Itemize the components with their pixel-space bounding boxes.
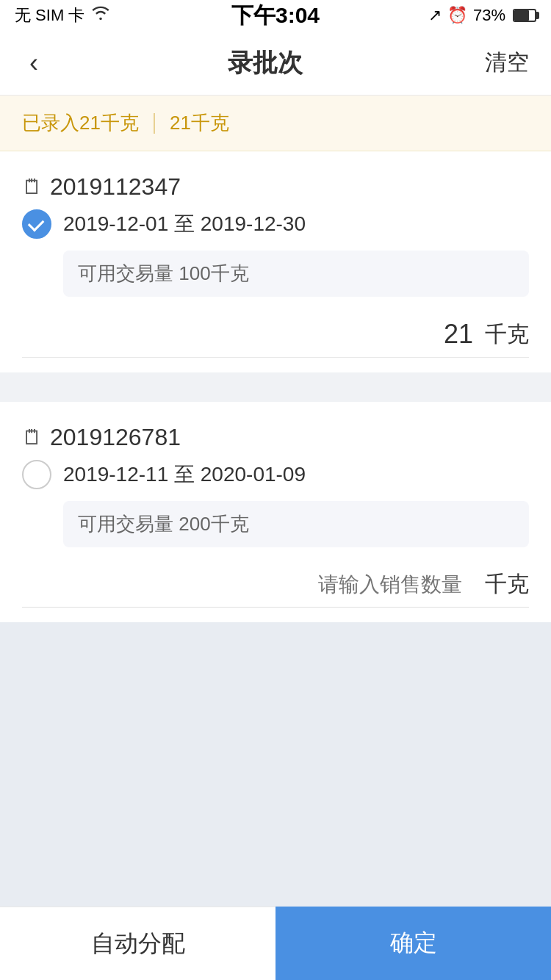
status-time: 下午3:04 <box>231 1 320 31</box>
input-unit-2: 千克 <box>485 569 529 599</box>
battery-icon <box>513 9 536 22</box>
battery-label: 73% <box>473 6 505 25</box>
batch-item-2: 🗒 2019126781 2019-12-11 至 2020-01-09 可用交… <box>0 402 551 622</box>
input-row-2: 千克 <box>22 562 529 608</box>
alarm-icon: ⏰ <box>447 6 467 25</box>
info-divider <box>154 113 155 134</box>
batch-date-row-1: 2019-12-01 至 2019-12-30 <box>22 209 529 239</box>
back-button[interactable]: ‹ <box>22 40 46 86</box>
batch-amount-row-1: 21 千克 <box>22 311 529 358</box>
batch-date-row-2: 2019-12-11 至 2020-01-09 <box>22 460 529 489</box>
batch-id-1: 2019112347 <box>50 173 181 201</box>
batch-amount-value-1: 21 <box>444 319 473 350</box>
batch-header-2: 🗒 2019126781 <box>22 424 529 451</box>
status-bar: 无 SIM 卡 下午3:04 ↗ ⏰ 73% <box>0 0 551 31</box>
info-banner: 已录入21千克 21千克 <box>0 96 551 151</box>
batch-id-2: 2019126781 <box>50 424 181 451</box>
bottom-bar: 自动分配 确定 <box>0 907 551 980</box>
wifi-icon <box>90 6 111 25</box>
status-right: ↗ ⏰ 73% <box>428 6 536 25</box>
batch-avail-2: 可用交易量 200千克 <box>63 501 529 547</box>
auto-distribute-button[interactable]: 自动分配 <box>0 907 276 980</box>
batch-avail-1: 可用交易量 100千克 <box>63 251 529 297</box>
batch-icon-2: 🗒 <box>22 425 43 450</box>
status-left: 无 SIM 卡 <box>15 4 111 26</box>
carrier-label: 无 SIM 卡 <box>15 4 84 26</box>
content-wrapper: 🗒 2019112347 2019-12-01 至 2019-12-30 可用交… <box>0 151 551 962</box>
radio-1[interactable] <box>22 209 51 239</box>
info-label: 已录入21千克 <box>22 110 139 136</box>
page-title: 录批次 <box>228 46 303 80</box>
batch-date-2: 2019-12-11 至 2020-01-09 <box>63 461 306 489</box>
info-value: 21千克 <box>170 110 229 136</box>
quantity-input-2[interactable] <box>223 573 473 597</box>
location-icon: ↗ <box>428 6 442 25</box>
batch-item-1: 🗒 2019112347 2019-12-01 至 2019-12-30 可用交… <box>0 151 551 372</box>
batch-date-1: 2019-12-01 至 2019-12-30 <box>63 210 306 238</box>
batch-header-1: 🗒 2019112347 <box>22 173 529 201</box>
batch-amount-unit-1: 千克 <box>485 320 529 350</box>
batch-icon-1: 🗒 <box>22 175 43 199</box>
radio-2[interactable] <box>22 460 51 489</box>
confirm-button[interactable]: 确定 <box>276 907 551 980</box>
clear-button[interactable]: 清空 <box>485 48 529 78</box>
spacer-1 <box>0 372 551 387</box>
nav-bar: ‹ 录批次 清空 <box>0 31 551 96</box>
